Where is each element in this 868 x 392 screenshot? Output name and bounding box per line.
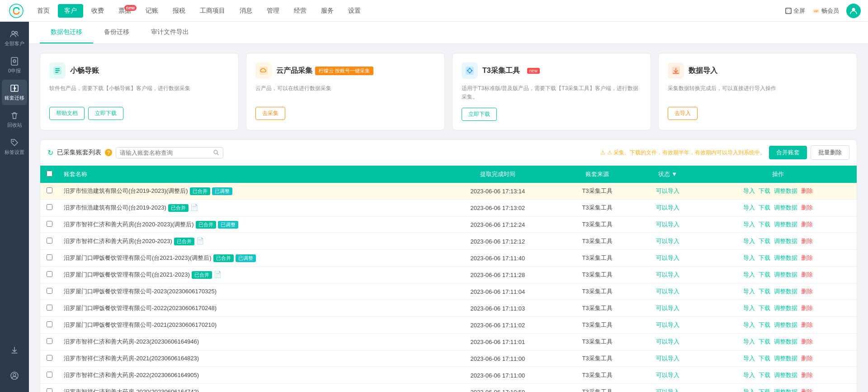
adjust-link[interactable]: 调整数据 (774, 305, 797, 311)
nav-tax[interactable]: 报税 (166, 4, 192, 18)
delete-link[interactable]: 删除 (801, 254, 813, 261)
adjust-link[interactable]: 调整数据 (774, 388, 797, 392)
select-all-checkbox[interactable] (47, 171, 52, 177)
batch-delete-button[interactable]: 批量删除 (811, 145, 849, 160)
row-checkbox[interactable] (47, 288, 52, 294)
sidebar-item-migrate[interactable]: 账套迁移 (2, 80, 27, 105)
sidebar-item-zero-declare[interactable]: 0 0申报 (2, 53, 27, 78)
download-link[interactable]: 下载 (759, 338, 770, 345)
sidebar-item-user-profile[interactable] (2, 363, 27, 388)
row-checkbox[interactable] (47, 271, 52, 277)
import-link[interactable]: 导入 (743, 388, 755, 392)
tab-data-migration[interactable]: 数据包迁移 (40, 22, 93, 43)
adjust-link[interactable]: 调整数据 (774, 254, 797, 261)
delete-link[interactable]: 删除 (801, 271, 813, 278)
import-link[interactable]: 导入 (743, 321, 755, 328)
nav-service[interactable]: 服务 (315, 4, 340, 18)
download-link[interactable]: 下载 (759, 288, 770, 295)
sidebar-item-trash[interactable]: 回收站 (2, 107, 27, 132)
delete-link[interactable]: 删除 (801, 372, 813, 378)
app-logo[interactable] (7, 2, 25, 20)
adjust-link[interactable]: 调整数据 (774, 372, 797, 378)
row-checkbox[interactable] (47, 338, 52, 344)
import-link[interactable]: 导入 (743, 254, 755, 261)
download-link[interactable]: 下载 (759, 305, 770, 311)
nav-accounting[interactable]: 记账 (139, 4, 165, 18)
fullscreen-button[interactable]: 全屏 (785, 7, 805, 15)
nav-invoice[interactable]: 票据new (112, 4, 137, 18)
adjust-link[interactable]: 调整数据 (774, 288, 797, 295)
import-link[interactable]: 导入 (743, 204, 755, 211)
sidebar-item-tag-settings[interactable]: 标签设置 (2, 134, 27, 159)
download-link[interactable]: 下载 (759, 221, 770, 228)
nav-business[interactable]: 工商项目 (193, 4, 231, 18)
row-checkbox[interactable] (47, 372, 52, 378)
nav-fee[interactable]: 收费 (85, 4, 110, 18)
row-checkbox[interactable] (47, 221, 52, 227)
t3-download-button[interactable]: 立即下载 (462, 108, 497, 121)
vip-button[interactable]: VIP 畅会员 (812, 7, 839, 15)
delete-link[interactable]: 删除 (801, 288, 813, 295)
row-checkbox[interactable] (47, 238, 52, 244)
download-link[interactable]: 下载 (759, 238, 770, 244)
tab-backup-migration[interactable]: 备份迁移 (93, 22, 140, 43)
import-go-button[interactable]: 去导入 (668, 107, 698, 120)
adjust-link[interactable]: 调整数据 (774, 355, 797, 362)
adjust-link[interactable]: 调整数据 (774, 204, 797, 211)
row-checkbox[interactable] (47, 254, 52, 260)
adjust-link[interactable]: 调整数据 (774, 271, 797, 278)
download-link[interactable]: 下载 (759, 204, 770, 211)
import-link[interactable]: 导入 (743, 187, 755, 194)
merge-accounts-button[interactable]: 合并账套 (769, 146, 807, 159)
sidebar-item-all-customers[interactable]: 全部客户 (2, 25, 27, 51)
import-link[interactable]: 导入 (743, 238, 755, 244)
row-checkbox[interactable] (47, 204, 52, 210)
delete-link[interactable]: 删除 (801, 187, 813, 194)
download-link[interactable]: 下载 (759, 355, 770, 362)
adjust-link[interactable]: 调整数据 (774, 187, 797, 194)
download-link[interactable]: 下载 (759, 388, 770, 392)
adjust-link[interactable]: 调整数据 (774, 221, 797, 228)
sidebar-item-download[interactable] (2, 338, 27, 363)
checkbox-header[interactable] (40, 166, 58, 183)
import-link[interactable]: 导入 (743, 305, 755, 311)
delete-link[interactable]: 删除 (801, 221, 813, 228)
row-checkbox[interactable] (47, 305, 52, 311)
delete-link[interactable]: 删除 (801, 388, 813, 392)
delete-link[interactable]: 删除 (801, 204, 813, 211)
tab-audit-export[interactable]: 审计文件导出 (140, 22, 200, 43)
user-avatar[interactable] (846, 4, 861, 18)
xiaochang-download-button[interactable]: 立即下载 (88, 107, 123, 120)
nav-message[interactable]: 消息 (233, 4, 259, 18)
row-checkbox[interactable] (47, 355, 52, 361)
download-link[interactable]: 下载 (759, 254, 770, 261)
download-link[interactable]: 下载 (759, 372, 770, 378)
import-link[interactable]: 导入 (743, 288, 755, 295)
adjust-link[interactable]: 调整数据 (774, 338, 797, 345)
refresh-button[interactable]: ↻ (47, 148, 53, 157)
row-checkbox[interactable] (47, 187, 52, 193)
download-link[interactable]: 下载 (759, 271, 770, 278)
delete-link[interactable]: 删除 (801, 338, 813, 345)
nav-operation[interactable]: 经营 (288, 4, 313, 18)
nav-home[interactable]: 首页 (31, 4, 56, 18)
delete-link[interactable]: 删除 (801, 305, 813, 311)
xiaochang-help-button[interactable]: 帮助文档 (49, 107, 85, 120)
adjust-link[interactable]: 调整数据 (774, 238, 797, 244)
nav-customer[interactable]: 客户 (58, 4, 83, 18)
import-link[interactable]: 导入 (743, 338, 755, 345)
search-input[interactable] (120, 149, 210, 156)
info-tooltip-icon[interactable]: ? (105, 149, 112, 156)
download-link[interactable]: 下载 (759, 321, 770, 328)
nav-settings[interactable]: 设置 (342, 4, 367, 18)
import-link[interactable]: 导入 (743, 355, 755, 362)
col-status[interactable]: 状态 ▼ (636, 166, 700, 183)
row-checkbox[interactable] (47, 321, 52, 327)
search-icon[interactable] (213, 149, 219, 156)
import-link[interactable]: 导入 (743, 221, 755, 228)
row-checkbox[interactable] (47, 388, 52, 392)
delete-link[interactable]: 删除 (801, 238, 813, 244)
delete-link[interactable]: 删除 (801, 355, 813, 362)
delete-link[interactable]: 删除 (801, 321, 813, 328)
adjust-link[interactable]: 调整数据 (774, 321, 797, 328)
